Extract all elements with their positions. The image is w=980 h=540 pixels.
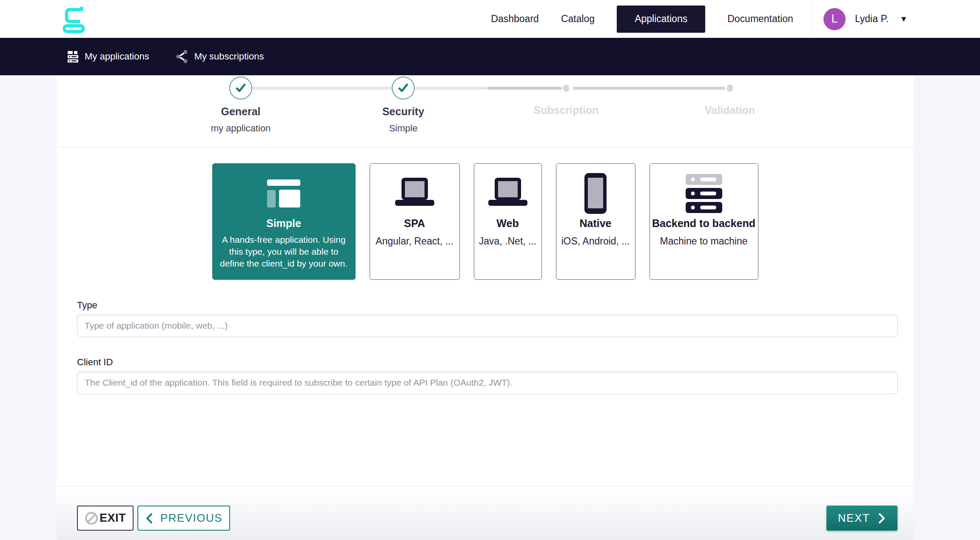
step-validation-label: Validation (662, 104, 798, 117)
check-icon (397, 82, 409, 94)
exit-button[interactable]: EXIT (77, 506, 134, 531)
subnav-my-applications[interactable]: My applications (67, 51, 149, 63)
step-general-label: General (173, 105, 309, 118)
check-icon (235, 82, 247, 94)
next-button[interactable]: NEXT (826, 506, 897, 531)
card-native-title: Native (579, 217, 611, 230)
type-label: Type (77, 300, 898, 311)
step-security-sublabel: Simple (335, 123, 471, 134)
previous-button[interactable]: PREVIOUS (137, 506, 230, 531)
chevron-right-icon (877, 512, 886, 524)
card-web-subtitle: Java, .Net, ... (479, 236, 537, 247)
client-id-field: Client ID (77, 357, 898, 394)
nav-applications[interactable]: Applications (617, 6, 705, 33)
step-security-label: Security (335, 105, 471, 118)
gravitee-logo[interactable] (62, 5, 85, 33)
step-general-check-circle (229, 77, 252, 99)
step-subscription[interactable]: Subscription (498, 75, 634, 117)
security-form: Type Client ID (57, 300, 914, 394)
client-id-input[interactable] (77, 371, 898, 394)
subnav-my-applications-label: My applications (85, 51, 149, 62)
smartphone-icon (584, 173, 607, 214)
applications-server-icon (67, 51, 79, 63)
wizard-content: General my application Security Simple S… (57, 75, 914, 540)
share-icon (176, 49, 188, 64)
sub-nav: My applications My subscriptions (0, 38, 980, 75)
card-spa-title: SPA (404, 217, 425, 230)
client-id-label: Client ID (77, 357, 898, 368)
exit-button-label: EXIT (100, 512, 126, 525)
step-general-sublabel: my application (173, 123, 309, 134)
nav-catalog[interactable]: Catalog (561, 13, 595, 25)
card-web-title: Web (496, 217, 518, 230)
nav-dashboard[interactable]: Dashboard (491, 13, 539, 25)
avatar[interactable]: L (823, 8, 846, 30)
main-nav: Dashboard Catalog Applications Documenta… (491, 6, 793, 33)
previous-button-label: PREVIOUS (160, 512, 222, 525)
step-subscription-label: Subscription (498, 104, 634, 117)
chevron-down-icon[interactable]: ▼ (900, 14, 908, 24)
step-general[interactable]: General my application (173, 75, 309, 134)
security-type-cards: Simple A hands-free application. Using t… (57, 148, 914, 280)
laptop-icon (488, 173, 527, 214)
card-backend-title: Backend to backend (652, 217, 755, 230)
chevron-left-icon (145, 512, 154, 524)
card-native[interactable]: Native iOS, Android, ... (556, 163, 635, 280)
ban-icon (85, 512, 98, 525)
card-simple[interactable]: Simple A hands-free application. Using t… (212, 163, 356, 280)
next-button-label: NEXT (838, 512, 870, 525)
user-name[interactable]: Lydia P. (855, 13, 889, 25)
subnav-my-subscriptions[interactable]: My subscriptions (176, 49, 264, 64)
card-backend-subtitle: Machine to machine (660, 236, 748, 247)
card-web[interactable]: Web Java, .Net, ... (474, 163, 542, 280)
server-stack-icon (686, 173, 722, 214)
card-spa[interactable]: SPA Angular, React, ... (370, 163, 460, 280)
card-simple-title: Simple (266, 217, 301, 230)
laptop-icon (395, 173, 434, 214)
top-nav: Dashboard Catalog Applications Documenta… (0, 0, 980, 38)
card-spa-subtitle: Angular, React, ... (376, 236, 453, 247)
step-security-check-circle (392, 77, 415, 99)
wizard-footer: EXIT PREVIOUS NEXT (57, 486, 914, 540)
step-security[interactable]: Security Simple (335, 75, 471, 134)
dashboard-layout-icon (267, 173, 300, 214)
card-backend-to-backend[interactable]: Backend to backend Machine to machine (650, 163, 758, 280)
card-simple-description: A hands-free application. Using this typ… (213, 234, 355, 270)
type-field: Type (77, 300, 898, 337)
nav-documentation[interactable]: Documentation (727, 13, 793, 25)
subnav-my-subscriptions-label: My subscriptions (194, 51, 264, 62)
card-native-subtitle: iOS, Android, ... (561, 236, 630, 247)
step-validation[interactable]: Validation (662, 75, 798, 117)
stepper: General my application Security Simple S… (57, 75, 914, 148)
nav-divider (812, 4, 812, 34)
type-input[interactable] (77, 314, 898, 337)
